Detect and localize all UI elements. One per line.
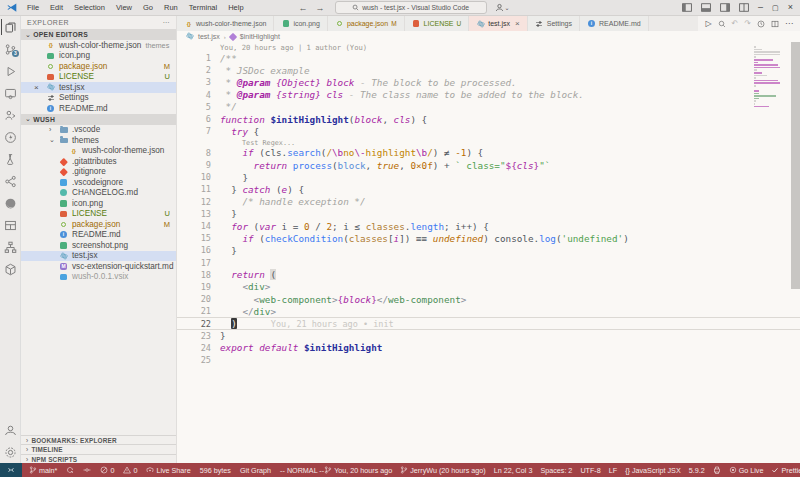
tab-icon.png[interactable]: icon.png [274,16,327,31]
menu-go[interactable]: Go [138,3,158,12]
minimize-button[interactable]: – [758,3,763,12]
code-line-7[interactable]: 7 try { [177,125,800,137]
tab-LICENSE[interactable]: LICENSEU [405,16,470,31]
breadcrumb[interactable]: test.jsx › $initHighlight [177,31,800,42]
code-line-10[interactable]: 10 } [177,171,800,183]
code-line-20[interactable]: 20 <web-component>{block}</web-component… [177,293,800,305]
menu-edit[interactable]: Edit [45,3,68,12]
code-line-5[interactable]: 5 */ [177,101,800,113]
menu-file[interactable]: File [22,3,44,12]
list-item-.gitattributes[interactable]: .gitattributes [21,156,176,167]
list-item-.gitignore[interactable]: .gitignore [21,167,176,178]
list-item-wush-color-theme.json[interactable]: {}wush-color-theme.json [21,146,176,157]
status-item-main[interactable]: main* [29,466,57,475]
panel-timeline[interactable]: ›TIMELINE [21,444,176,454]
menu-help[interactable]: Help [223,3,248,12]
code-editor[interactable]: You, 20 hours ago | 1 author (You) 1/**2… [177,42,800,464]
testing-icon[interactable] [1,151,19,167]
list-item-icon.png[interactable]: icon.png [21,198,176,209]
status-item-sync[interactable] [66,466,74,474]
list-item-wush-0.0.1.vsix[interactable]: wush-0.0.1.vsix [21,272,176,283]
status-item-0[interactable]: 0 [123,466,137,475]
status-item-5-9-2[interactable]: 5.9.2 [689,466,705,475]
list-item-screenshot.png[interactable]: screenshot.png [21,240,176,251]
back-arrow-icon[interactable]: ← [299,3,308,13]
status-item-git-graph[interactable]: Git Graph [240,466,271,475]
codelens-authors[interactable]: You, 20 hours ago | 1 author (You) [177,42,800,52]
code-line-15[interactable]: 15 if (checkCondition(classes[i]) ≡≡ und… [177,232,800,244]
list-item-package.json[interactable]: package.jsonM [21,219,176,230]
forward-arrow-icon[interactable]: → [316,3,325,13]
close-icon[interactable]: × [34,83,39,92]
code-line-21[interactable]: 21 </div> [177,305,800,317]
menu-run[interactable]: Run [159,3,183,12]
share-icon[interactable] [1,173,19,189]
status-item-ln-22-col-3[interactable]: Ln 22, Col 3 [494,466,533,475]
code-line-14[interactable]: 14 for (var i = 0 / 2; i ≤ classes.lengt… [177,220,800,232]
status-item-jerrywu-20-hours-ago[interactable]: JerryWu (20 hours ago) [400,466,485,475]
nav-back-icon[interactable]: ↶ [732,19,739,28]
code-line-13[interactable]: 13 } [177,208,800,220]
tab-package.json[interactable]: package.jsonM [328,16,405,31]
list-item-.vscodeignore[interactable]: .vscodeignore [21,177,176,188]
remote-indicator[interactable] [0,463,22,477]
toggle-panel-icon[interactable] [701,3,711,12]
list-item-Settings[interactable]: Settings [21,93,176,104]
editor-scrollbar[interactable] [791,42,800,289]
code-line-12[interactable]: 12 /* handle exception */ [177,196,800,208]
code-line-1[interactable]: 1/** [177,52,800,64]
status-item-spaces-2[interactable]: Spaces: 2 [540,466,572,475]
status-item-live-share[interactable]: Live Share [146,466,190,475]
menu-terminal[interactable]: Terminal [184,3,222,12]
code-line-23[interactable]: 23} [177,330,800,342]
tab-Settings[interactable]: Settings [528,16,580,31]
status-item-lf[interactable]: LF [609,466,617,475]
list-item-themes[interactable]: ⌄themes [21,135,176,146]
source-control-icon[interactable]: 3 [1,41,19,57]
code-line-24[interactable]: 24export default $initHighlight [177,342,800,354]
code-line-17[interactable]: 17 [177,257,800,269]
nav-forward-icon[interactable]: ↷ [744,19,751,28]
live-preview-icon[interactable] [1,85,19,101]
explorer-icon[interactable] [1,19,20,35]
status-item-javascript-jsx[interactable]: {} JavaScript JSX [625,466,681,475]
list-item-wush-color-theme.json[interactable]: {}wush-color-theme.jsonthemes [21,40,176,51]
list-item-README.md[interactable]: iREADME.md [21,230,176,241]
account-icon[interactable] [1,422,19,438]
toggle-secondary-sidebar-icon[interactable] [720,3,730,12]
menu-bar[interactable]: FileEditSelectionViewGoRunTerminalHelp [22,3,249,12]
list-item-CHANGELOG.md[interactable]: CHANGELOG.md [21,188,176,199]
settings-icon[interactable] [1,444,19,460]
toggle-sidebar-icon[interactable] [682,3,692,12]
status-item-0[interactable]: 0 [100,466,114,475]
more-icon[interactable]: ⋯ [785,19,793,28]
codelens-test-regex[interactable]: Test Regex... [177,137,800,147]
split-editor-icon[interactable] [771,20,779,28]
tab-README.md[interactable]: iREADME.md [580,16,649,31]
close-button[interactable]: × [788,3,793,12]
code-line-9[interactable]: 9 return process(block, true, 0×0f) + ` … [177,159,800,171]
thunder-client-icon[interactable] [1,129,19,145]
restore-button[interactable]: ▢ [772,3,779,12]
list-item-README.md[interactable]: iREADME.md [21,103,176,114]
code-line-18[interactable]: 18 return ( [177,269,800,281]
org-chart-icon[interactable] [1,239,19,255]
table-icon[interactable] [1,217,19,233]
code-line-3[interactable]: 3 * @param {Object} block - The block to… [177,76,800,88]
code-line-6[interactable]: 6function $initHighlight(block, cls) { [177,113,800,125]
command-center-search[interactable]: wush - test.jsx - Visual Studio Code [335,1,487,14]
list-item-LICENSE[interactable]: LICENSEU [21,72,176,83]
run-icon[interactable]: ▷ [705,19,711,28]
list-item-test.jsx[interactable]: ×test.jsx [21,82,176,93]
status-item-normal[interactable]: -- NORMAL -- [280,466,324,475]
list-item-vsc-extension-quickstart.md[interactable]: Mvsc-extension-quickstart.md [21,261,176,272]
code-line-2[interactable]: 2 * JSDoc example [177,64,800,76]
package-cube-icon[interactable] [1,261,19,277]
panel-bookmarks-explorer[interactable]: ›BOOKMARKS: EXPLORER [21,435,176,445]
code-line-19[interactable]: 19 <div> [177,281,800,293]
code-line-16[interactable]: 16 } [177,244,800,256]
status-item-go-live[interactable]: Go Live [729,466,764,475]
tab-test.jsx[interactable]: test.jsx× [469,16,527,31]
status-item-you-20-hours-ago[interactable]: You, 20 hours ago [324,466,392,475]
minimap[interactable] [754,46,784,111]
